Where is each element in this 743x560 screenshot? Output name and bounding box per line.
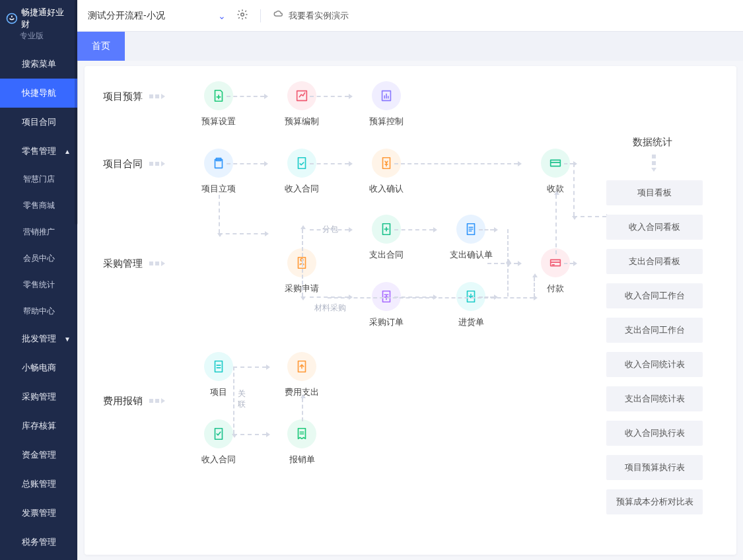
flow-node-报销单[interactable]: 报销单 <box>273 419 330 466</box>
flow-arrow <box>227 96 264 97</box>
stats-arrow-down-icon <box>651 155 656 172</box>
flow-connector <box>219 195 220 233</box>
flow-node-label: 采购订单 <box>358 316 415 328</box>
workspace-name: 测试分开流程-小况 <box>88 10 165 22</box>
flow-tag: 联 <box>238 399 246 410</box>
sidebar-item-10[interactable]: 税务管理 <box>0 528 77 557</box>
row-label-r3: 采购管理 <box>103 258 165 270</box>
sidebar-item-0[interactable]: 快捷导航 <box>0 79 77 108</box>
flow-connector <box>233 367 266 368</box>
demo-label: 我要看实例演示 <box>289 10 349 22</box>
sidebar-item-4[interactable]: 小畅电商 <box>0 353 77 382</box>
flow-arrow <box>310 163 349 164</box>
flow-node-label: 支出确认单 <box>442 249 499 261</box>
workflow-canvas: 数据统计 项目预算预算设置预算编制预算控制项目合同项目立项收入合同收入确认收款采… <box>85 66 736 555</box>
flow-connector <box>302 229 303 263</box>
divider <box>260 9 261 22</box>
sidebar-item-7[interactable]: 资金管理 <box>0 440 77 470</box>
tabs-bar: 首页 <box>77 32 743 61</box>
row-label-r2: 项目合同 <box>103 158 165 170</box>
flow-node-收入合同[interactable]: 收入合同 <box>273 149 330 195</box>
arrow-right-icon <box>149 94 165 99</box>
flow-node-付款[interactable]: 付款 <box>527 248 584 295</box>
arrow-right-icon <box>149 262 165 266</box>
flow-node-label: 预算设置 <box>190 116 247 127</box>
flow-arrow <box>564 263 573 264</box>
sidebar-item-6[interactable]: 库存核算 <box>0 411 77 440</box>
flow-node-收入确认[interactable]: 收入确认 <box>358 149 415 195</box>
stats-button-9[interactable]: 预算成本分析对比表 <box>606 489 703 514</box>
stats-button-0[interactable]: 项目看板 <box>606 180 703 205</box>
cloud-icon <box>273 9 285 22</box>
row-label-r4: 费用报销 <box>103 395 165 407</box>
flow-node-采购订单[interactable]: 采购订单 <box>358 282 415 328</box>
arrow-right-icon <box>149 399 165 403</box>
brand: 畅捷通好业财 <box>0 0 77 33</box>
receipt-icon <box>287 419 316 448</box>
sidebar-subitem-2-4[interactable]: 零售统计 <box>0 271 77 298</box>
sidebar-item-3[interactable]: 批发管理▼ <box>0 324 77 353</box>
workspace-selector[interactable]: 测试分开流程-小况 ⌄ <box>88 10 226 22</box>
sidebar-item-5[interactable]: 采购管理 <box>0 382 77 411</box>
flow-node-项目立项[interactable]: 项目立项 <box>190 149 247 195</box>
flow-node-收入合同[interactable]: 收入合同 <box>190 419 247 466</box>
flow-node-支出合同[interactable]: 支出合同 <box>358 215 415 261</box>
sidebar-item-9[interactable]: 发票管理 <box>0 499 77 528</box>
flow-node-进货单[interactable]: 进货单 <box>442 282 499 328</box>
flow-node-label: 进货单 <box>442 316 499 328</box>
demo-link[interactable]: 我要看实例演示 <box>273 9 349 22</box>
flow-node-支出确认单[interactable]: 支出确认单 <box>442 215 499 261</box>
flow-node-label: 报销单 <box>273 454 330 466</box>
stats-button-8[interactable]: 项目预算执行表 <box>606 455 703 480</box>
stats-button-3[interactable]: 收入合同工作台 <box>606 283 703 308</box>
flow-connector <box>534 277 535 297</box>
stats-button-4[interactable]: 支出合同工作台 <box>606 318 703 343</box>
row-label-r1: 项目预算 <box>103 90 165 103</box>
sidebar-subitem-2-3[interactable]: 会员中心 <box>0 245 77 271</box>
flow-connector <box>302 263 303 297</box>
flow-connector <box>507 229 509 263</box>
flow-node-label: 支出合同 <box>358 249 415 261</box>
flow-node-预算编制[interactable]: 预算编制 <box>273 81 330 127</box>
sidebar-item-1[interactable]: 项目合同 <box>0 108 77 137</box>
stats-button-1[interactable]: 收入合同看板 <box>606 215 703 240</box>
chevron-up-icon: ▲ <box>64 148 71 155</box>
flow-node-label: 收入确认 <box>358 183 415 195</box>
flow-connector <box>573 163 575 216</box>
tab-home[interactable]: 首页 <box>77 32 125 61</box>
sidebar-subitem-2-0[interactable]: 智慧门店 <box>0 166 77 192</box>
flow-connector <box>328 297 534 298</box>
flow-node-收款[interactable]: 收款 <box>527 149 584 195</box>
sidebar-subitem-2-5[interactable]: 帮助中心 <box>0 298 77 324</box>
sidebar-subitem-2-1[interactable]: 零售商城 <box>0 192 77 219</box>
svg-point-0 <box>7 14 17 24</box>
topbar: 测试分开流程-小况 ⌄ 我要看实例演示 <box>77 0 743 32</box>
flow-arrow <box>394 229 433 230</box>
sidebar-scrollbar[interactable] <box>75 0 78 560</box>
brand-name: 畅捷通好业财 <box>21 7 72 30</box>
stats-button-5[interactable]: 收入合同统计表 <box>606 352 703 377</box>
sidebar-search[interactable]: 搜索菜单 <box>0 50 77 79</box>
doc-check2-icon <box>204 419 233 448</box>
flow-arrow <box>564 163 573 164</box>
stats-button-7[interactable]: 收入合同执行表 <box>606 421 703 446</box>
flow-node-label: 付款 <box>527 283 584 295</box>
flow-arrow <box>310 229 349 230</box>
gear-icon[interactable] <box>236 9 248 23</box>
sidebar-item-2[interactable]: 零售管理▲ <box>0 137 77 166</box>
flow-connector <box>302 398 303 421</box>
stats-button-6[interactable]: 支出合同统计表 <box>606 386 703 411</box>
sidebar-subitem-2-2[interactable]: 营销推广 <box>0 219 77 245</box>
flow-node-费用支出[interactable]: 费用支出 <box>273 352 330 398</box>
flow-node-预算设置[interactable]: 预算设置 <box>190 81 247 127</box>
sidebar: 畅捷通好业财 专业版 搜索菜单快捷导航项目合同零售管理▲智慧门店零售商城营销推广… <box>0 0 77 560</box>
flow-tag: 关 <box>238 388 246 400</box>
flow-node-预算控制[interactable]: 预算控制 <box>358 81 415 127</box>
sidebar-menu: 搜索菜单快捷导航项目合同零售管理▲智慧门店零售商城营销推广会员中心零售统计帮助中… <box>0 50 77 557</box>
brand-edition: 专业版 <box>0 30 77 50</box>
flow-connector <box>555 195 557 254</box>
chevron-down-icon: ▼ <box>64 335 71 343</box>
flow-connector <box>573 216 606 217</box>
stats-button-2[interactable]: 支出合同看板 <box>606 249 703 274</box>
sidebar-item-8[interactable]: 总账管理 <box>0 470 77 499</box>
